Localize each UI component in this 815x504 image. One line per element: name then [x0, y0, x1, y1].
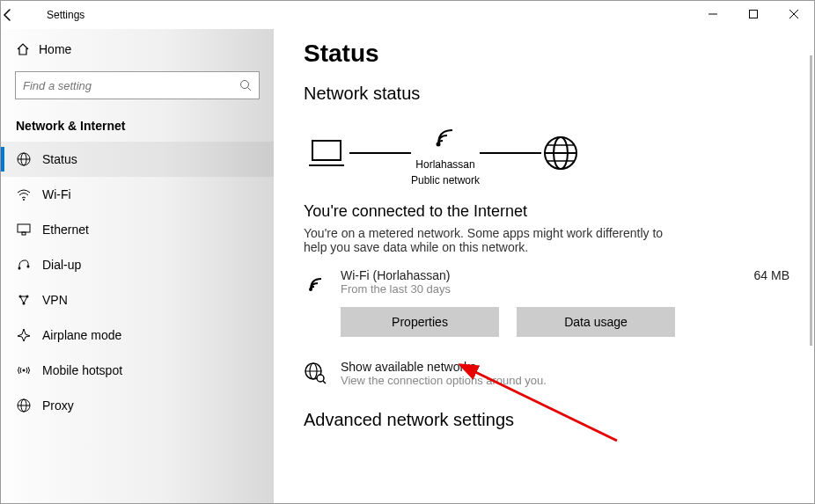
svg-point-13: [27, 266, 30, 268]
sidebar-item-status[interactable]: Status: [1, 142, 274, 177]
svg-rect-21: [312, 141, 341, 160]
sidebar-item-vpn[interactable]: VPN: [1, 282, 274, 318]
sidebar-item-label: Dial-up: [42, 258, 81, 272]
home-nav[interactable]: Home: [1, 33, 274, 66]
network-name: Wi-Fi (Horlahassan): [341, 268, 754, 282]
main-pane: Status Network status Horlahassan Public…: [274, 29, 814, 503]
wifi-icon: [16, 186, 42, 202]
globe-icon: [541, 134, 580, 172]
svg-point-28: [309, 288, 312, 291]
svg-rect-10: [18, 224, 30, 232]
search-input[interactable]: [23, 79, 239, 92]
properties-button[interactable]: Properties: [341, 307, 499, 337]
sidebar-item-label: Airplane mode: [42, 328, 121, 342]
connected-title: You're connected to the Internet: [304, 202, 789, 221]
svg-point-32: [317, 375, 324, 382]
scrollbar[interactable]: [810, 55, 812, 346]
globe-search-icon: [304, 360, 341, 384]
wifi-icon: [304, 268, 341, 296]
advanced-title: Advanced network settings: [304, 410, 789, 430]
window-controls: [693, 1, 814, 27]
network-diagram: Horlahassan Public network: [304, 120, 789, 186]
sidebar-item-label: Proxy: [42, 398, 74, 413]
window-title: Settings: [43, 9, 84, 21]
show-available-sub: View the connection options around you.: [341, 374, 547, 387]
status-icon: [16, 151, 42, 167]
laptop-icon: [304, 135, 349, 171]
sidebar-item-airplane[interactable]: Airplane mode: [1, 318, 274, 353]
home-icon: [16, 42, 39, 56]
svg-rect-11: [22, 232, 26, 235]
sidebar: Home Network & Internet Status Wi-Fi Eth…: [1, 29, 274, 503]
sidebar-item-dialup[interactable]: Dial-up: [1, 247, 274, 282]
dialup-icon: [16, 257, 42, 273]
svg-point-12: [18, 267, 21, 270]
svg-line-5: [248, 88, 252, 91]
diagram-type: Public network: [411, 174, 480, 186]
sidebar-item-label: Status: [42, 152, 77, 166]
search-icon: [239, 79, 252, 91]
category-header: Network & Internet: [1, 110, 274, 142]
svg-line-33: [323, 381, 326, 383]
minimize-button[interactable]: [693, 1, 733, 27]
sidebar-item-label: Ethernet: [42, 223, 89, 237]
section-title: Network status: [304, 84, 789, 104]
wifi-diagram-icon: [426, 120, 465, 155]
svg-point-17: [23, 369, 26, 372]
network-row: Wi-Fi (Horlahassan) From the last 30 day…: [304, 268, 789, 296]
network-sub: From the last 30 days: [341, 282, 754, 296]
svg-point-9: [23, 199, 25, 201]
home-label: Home: [39, 42, 71, 56]
page-title: Status: [304, 40, 789, 68]
sidebar-item-label: Wi-Fi: [42, 187, 71, 201]
vpn-icon: [16, 292, 42, 308]
show-available-title: Show available networks: [341, 360, 547, 374]
svg-point-22: [437, 142, 441, 147]
network-usage: 64 MB: [754, 268, 789, 282]
sidebar-item-label: VPN: [42, 293, 68, 307]
svg-rect-1: [750, 11, 758, 18]
back-button[interactable]: [1, 8, 43, 22]
sidebar-item-label: Mobile hotspot: [42, 363, 122, 377]
ethernet-icon: [16, 222, 42, 237]
sidebar-item-proxy[interactable]: Proxy: [1, 388, 274, 423]
sidebar-item-hotspot[interactable]: Mobile hotspot: [1, 353, 274, 388]
hotspot-icon: [16, 362, 42, 378]
connected-desc: You're on a metered network. Some apps m…: [304, 226, 673, 254]
close-button[interactable]: [774, 1, 814, 27]
svg-point-4: [241, 81, 249, 89]
data-usage-button[interactable]: Data usage: [517, 307, 675, 337]
sidebar-item-wifi[interactable]: Wi-Fi: [1, 177, 274, 212]
maximize-button[interactable]: [733, 1, 774, 27]
sidebar-item-ethernet[interactable]: Ethernet: [1, 212, 274, 247]
airplane-icon: [16, 327, 42, 343]
diagram-ssid: Horlahassan: [415, 158, 474, 171]
show-available-networks[interactable]: Show available networks View the connect…: [304, 360, 789, 387]
proxy-icon: [16, 398, 42, 413]
search-box[interactable]: [15, 71, 260, 99]
